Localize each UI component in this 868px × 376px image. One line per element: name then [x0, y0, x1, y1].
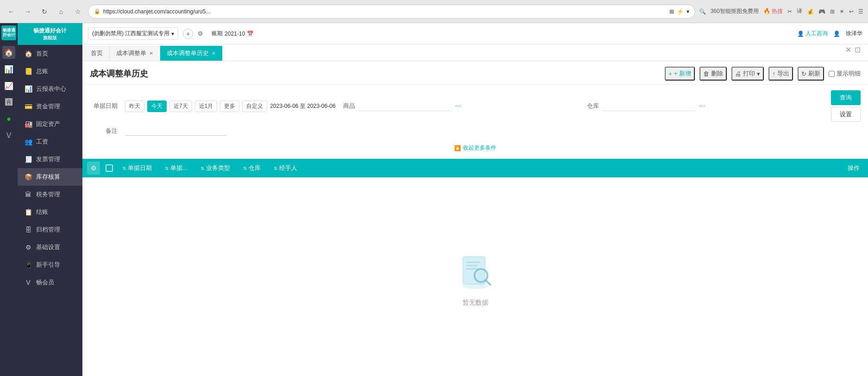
date-btn-yesterday[interactable]: 昨天	[125, 100, 144, 112]
top-header: (勿删勿禁用) 江西服宝测试专用 ▾ + ⚙ 账期 2021-10 📅 👤 人工…	[82, 23, 868, 44]
display-toggle-checkbox[interactable]	[829, 71, 835, 77]
col-doc-no[interactable]: ⇅ 单据...	[161, 164, 191, 172]
sidebar-item-guide[interactable]: 📱 新手引导	[18, 256, 82, 274]
extra-icon3[interactable]: V	[2, 129, 15, 142]
sidebar: 畅捷通好会计 旗舰版 🏠 首页 📒 总账 📊 云报表中心 💳 资金管理 🏭 固定…	[18, 23, 82, 376]
sort-icon-biz: ⇅	[200, 166, 204, 171]
date-btn-today[interactable]: 今天	[147, 100, 167, 112]
note-label: 备注	[90, 127, 118, 135]
sidebar-item-settings[interactable]: ⚙ 基础设置	[18, 238, 82, 256]
close-window-button[interactable]: ✕	[845, 45, 851, 54]
sidebar-item-assets[interactable]: 🏭 固定资产	[18, 115, 82, 133]
home-icon[interactable]: 🏠	[2, 46, 15, 59]
expand-button[interactable]: ⊡	[855, 45, 861, 54]
col-ops: 操作	[844, 164, 863, 172]
filter-row-date: 单据日期 昨天 今天 近7天 近1月 更多 自定义 2023-06-06 至 2…	[90, 90, 861, 122]
date-range: 2023-06-06 至 2023-06-06	[270, 102, 335, 110]
sidebar-item-invoice[interactable]: 🧾 发票管理	[18, 150, 82, 168]
col-doc-label: 单据...	[170, 164, 187, 172]
coin-icon: 💰	[807, 8, 814, 15]
goods-dots-btn[interactable]: ···	[455, 102, 461, 110]
settings-icon[interactable]: ⚙	[198, 30, 203, 37]
warehouse-label: 仓库	[587, 102, 599, 110]
note-input[interactable]	[125, 126, 227, 136]
service-link[interactable]: 👤 人工咨询	[797, 30, 828, 38]
sort-icon-wh: ⇅	[243, 166, 247, 171]
col-handler[interactable]: ⇅ 经手人	[270, 164, 301, 172]
col-warehouse[interactable]: ⇅ 仓库	[239, 164, 264, 172]
extra-icon1[interactable]: 🅰	[2, 96, 15, 109]
sidebar-item-tax[interactable]: 🏛 税务管理	[18, 186, 82, 203]
sidebar-item-salary[interactable]: 👥 工资	[18, 133, 82, 150]
tab-home[interactable]: 首页	[82, 46, 110, 61]
warehouse-dots-btn[interactable]: ···	[699, 102, 705, 110]
query-button[interactable]: 查询	[831, 90, 861, 105]
warehouse-input[interactable]	[603, 101, 695, 111]
address-bar[interactable]: 🔒 https://cloud.chanjet.com/accounting/u…	[88, 5, 695, 19]
svg-line-8	[486, 280, 490, 285]
tab-cost-adjust-history-close[interactable]: ✕	[212, 50, 216, 56]
calendar-icon[interactable]: 📅	[247, 31, 254, 37]
main-content: (勿删勿禁用) 江西服宝测试专用 ▾ + ⚙ 账期 2021-10 📅 👤 人工…	[82, 23, 868, 376]
sidebar-item-home[interactable]: 🏠 首页	[18, 45, 82, 63]
date-btn-custom[interactable]: 自定义	[242, 100, 267, 112]
report-icon[interactable]: 📈	[2, 79, 15, 92]
date-filter-label: 单据日期	[90, 102, 118, 110]
empty-state: 暂无数据	[82, 177, 868, 376]
page-actions: + + 新增 🗑 删除 🖨 打印 ▾ ↑ 导出	[665, 67, 861, 81]
date-btn-1month[interactable]: 近1月	[195, 100, 218, 112]
funds-nav-icon: 💳	[24, 103, 32, 110]
sidebar-tax-label: 税务管理	[36, 190, 60, 199]
sidebar-item-archive[interactable]: 🗄 归档管理	[18, 221, 82, 238]
sidebar-item-ledger[interactable]: 📒 总账	[18, 63, 82, 80]
export-label: 导出	[777, 69, 789, 78]
scissors-icon: ✂	[787, 8, 792, 15]
delete-button[interactable]: 🗑 删除	[699, 67, 727, 81]
table-select-all-checkbox[interactable]	[106, 164, 113, 172]
guide-nav-icon: 📱	[24, 261, 32, 269]
period-label: 账期	[212, 30, 223, 38]
company-dropdown-icon: ▾	[171, 31, 174, 37]
sidebar-item-inventory[interactable]: 📦 库存核算	[18, 168, 82, 186]
tab-home-label: 首页	[91, 49, 103, 57]
table-settings-button[interactable]: ⚙	[87, 162, 100, 175]
close-nav-icon: 📋	[24, 208, 32, 216]
home-button[interactable]: ⌂	[55, 5, 68, 18]
star-button[interactable]: ☆	[71, 5, 84, 18]
forward-button[interactable]: →	[21, 5, 34, 18]
goods-label: 商品	[343, 102, 355, 110]
print-button[interactable]: 🖨 打印 ▾	[731, 67, 764, 81]
date-btn-7days[interactable]: 近7天	[169, 100, 192, 112]
accounting-period: 账期 2021-10 📅	[212, 30, 254, 38]
col-date[interactable]: ⇅ 单据日期	[119, 164, 156, 172]
extra-icon2[interactable]: ●	[2, 113, 15, 125]
empty-svg	[452, 247, 499, 293]
tab-cost-adjust-history[interactable]: 成本调整单历史 ✕	[160, 46, 223, 61]
add-company-button[interactable]: +	[183, 29, 193, 39]
set-button[interactable]: 设置	[831, 107, 861, 122]
sidebar-item-funds[interactable]: 💳 资金管理	[18, 98, 82, 115]
service-label: 人工咨询	[806, 30, 828, 38]
collapse-bar[interactable]: 🔼 收起更多条件	[90, 140, 861, 153]
user-name: 徐泽华	[846, 30, 862, 38]
sidebar-item-member[interactable]: V 畅会员	[18, 274, 82, 291]
tab-cost-adjust-close[interactable]: ✕	[149, 50, 153, 56]
refresh-button[interactable]: ↻	[38, 5, 51, 18]
svg-rect-3	[466, 262, 480, 263]
date-btn-more[interactable]: 更多	[220, 100, 239, 112]
display-toggle[interactable]: 显示明细	[829, 69, 861, 78]
tab-cost-adjust[interactable]: 成本调整单 ✕	[110, 46, 160, 61]
col-biz-type[interactable]: ⇅ 业务类型	[197, 164, 234, 172]
goods-input[interactable]	[359, 101, 451, 111]
sidebar-item-report[interactable]: 📊 云报表中心	[18, 80, 82, 98]
sidebar-member-label: 畅会员	[36, 278, 54, 287]
sidebar-item-close[interactable]: 📋 结账	[18, 203, 82, 221]
export-button[interactable]: ↑ 导出	[768, 67, 793, 81]
ledger-icon[interactable]: 📊	[2, 63, 15, 75]
add-button[interactable]: + + 新增	[665, 67, 695, 81]
refresh-button[interactable]: ↻ 刷新	[798, 67, 824, 81]
back-button[interactable]: ←	[5, 5, 18, 18]
sort-icon-handler: ⇅	[274, 166, 277, 171]
sidebar-salary-label: 工资	[36, 138, 48, 146]
company-selector[interactable]: (勿删勿禁用) 江西服宝测试专用 ▾	[88, 27, 178, 40]
